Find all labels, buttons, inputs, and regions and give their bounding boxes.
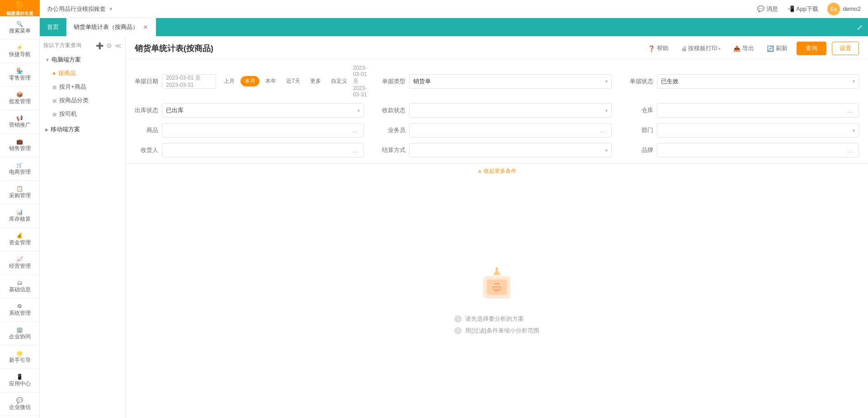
svg-point-2 bbox=[492, 283, 501, 292]
sidebar-item-wechat[interactable]: 💬 企业微信 bbox=[0, 393, 39, 416]
tab-active[interactable]: 销货单统计表（按商品） ✕ bbox=[66, 18, 156, 36]
user-menu[interactable]: Ea demo2 bbox=[827, 3, 861, 15]
content-area: 按以下方案查询 ➕ ⚙ ≪ ▼ 电脑端方案 ● 按商品 ▦ bbox=[40, 36, 868, 418]
warehouse-dots-btn[interactable]: … bbox=[845, 107, 855, 114]
order-type-select[interactable]: 销货单 ▾ bbox=[409, 74, 611, 89]
goods-input[interactable]: … bbox=[162, 123, 364, 138]
order-status-label: 单据状态 bbox=[630, 77, 657, 86]
tab-close-btn[interactable]: ✕ bbox=[143, 24, 148, 31]
staff-input[interactable]: … bbox=[409, 123, 611, 138]
brand-input[interactable]: … bbox=[657, 143, 859, 157]
tree-item-by-driver[interactable]: ▦ 按司机 bbox=[40, 107, 125, 121]
sidebar-item-finance[interactable]: 💰 资金管理 bbox=[0, 228, 39, 252]
sidebar-item-purchase[interactable]: 📋 采购管理 bbox=[0, 181, 39, 204]
setting-btn[interactable]: 设置 bbox=[832, 42, 859, 55]
filter-out-status: 出库状态 已出库 ▾ bbox=[135, 103, 364, 118]
sidebar-item-member[interactable]: 👑 畅会员 bbox=[0, 416, 39, 418]
dept-label: 部门 bbox=[630, 126, 657, 134]
out-status-label: 出库状态 bbox=[135, 106, 162, 114]
warehouse-label: 仓库 bbox=[630, 106, 657, 114]
order-type-dropdown-icon: ▾ bbox=[605, 79, 608, 84]
filter-receiver: 收货人 … bbox=[135, 143, 364, 157]
tab-bar: 首页 销货单统计表（按商品） ✕ ⤢ bbox=[40, 18, 868, 36]
out-status-select[interactable]: 已出库 ▾ bbox=[162, 103, 364, 118]
empty-illustration bbox=[474, 262, 519, 308]
tab-home[interactable]: 首页 bbox=[40, 18, 66, 36]
sidebar-item-inventory[interactable]: 📊 库存核算 bbox=[0, 204, 39, 228]
dept-select[interactable]: ▾ bbox=[657, 123, 859, 138]
sidebar-item-sales[interactable]: 💼 销售管理 bbox=[0, 134, 39, 157]
receiver-input[interactable]: … bbox=[162, 143, 364, 157]
date-input[interactable]: 2023-03-01 至 2023-03-31 bbox=[162, 74, 216, 89]
tip-num-2: 2 bbox=[454, 327, 462, 334]
help-btn[interactable]: ❓ 帮助 bbox=[644, 43, 672, 54]
filter-brand: 品牌 … bbox=[630, 143, 859, 157]
receiver-dots-btn[interactable]: … bbox=[350, 147, 360, 154]
export-btn[interactable]: 📤 导出 bbox=[730, 43, 758, 54]
sidebar-search[interactable]: 🔍 搜索菜单 bbox=[0, 16, 39, 40]
sidebar-item-basicinfo[interactable]: 🗂 基础信息 bbox=[0, 275, 39, 299]
sidebar-item-ecommerce[interactable]: 🛒 电商管理 bbox=[0, 157, 39, 181]
workspace-dropdown-icon[interactable]: ▾ bbox=[109, 5, 113, 12]
filter-goods: 商品 … bbox=[135, 123, 364, 138]
workspace-info: 办公用品行业模拟账套 ▾ bbox=[47, 5, 113, 13]
sidebar-item-marketing[interactable]: 📢 营销推广 bbox=[0, 110, 39, 134]
help-icon: ❓ bbox=[648, 45, 655, 52]
brand-dots-btn[interactable]: … bbox=[845, 147, 855, 154]
edit-scheme-btn[interactable]: ⚙ bbox=[106, 42, 112, 49]
scheme-icon-2: ▦ bbox=[52, 98, 57, 103]
filter-order-status: 单据状态 已生效 ▾ bbox=[630, 74, 859, 89]
collapse-panel-btn[interactable]: ≪ bbox=[115, 42, 122, 49]
sidebar-item-enterprise[interactable]: 🏢 企业协同 bbox=[0, 322, 39, 346]
goods-dots-btn[interactable]: … bbox=[350, 127, 360, 134]
template-print-btn[interactable]: 🖨 按模板打印 ▾ bbox=[678, 43, 724, 54]
tree-group-desktop-header[interactable]: ▼ 电脑端方案 bbox=[40, 53, 125, 66]
dept-dropdown-icon: ▾ bbox=[853, 128, 855, 133]
tree-group-mobile-header[interactable]: ▶ 移动端方案 bbox=[40, 123, 125, 136]
message-btn[interactable]: 💬 消息 bbox=[757, 5, 778, 13]
add-scheme-btn[interactable]: ➕ bbox=[96, 42, 104, 49]
staff-dots-btn[interactable]: … bbox=[598, 127, 608, 134]
collapse-more-btn[interactable]: ∧ 收起更多条件 bbox=[126, 163, 868, 179]
date-btn-last-month[interactable]: 上月 bbox=[220, 76, 239, 86]
pay-status-select[interactable]: ▾ bbox=[409, 103, 611, 118]
sidebar-quick-nav[interactable]: ⚡ 快捷导航 bbox=[0, 40, 39, 63]
pay-status-label: 收款状态 bbox=[382, 106, 409, 114]
sidebar-item-system[interactable]: ⚙ 系统管理 bbox=[0, 299, 39, 322]
tab-maximize-btn[interactable]: ⤢ bbox=[851, 23, 868, 32]
sidebar-item-newuser[interactable]: 🌟 新手引导 bbox=[0, 346, 39, 369]
scheme-icon-3: ▦ bbox=[52, 112, 57, 117]
pay-method-select[interactable]: ▾ bbox=[409, 143, 611, 157]
collapse-up-icon: ∧ bbox=[478, 168, 482, 175]
date-btn-custom[interactable]: 自定义 bbox=[327, 76, 351, 86]
date-btn-more[interactable]: 更多 bbox=[306, 76, 325, 86]
filter-date: 单据日期 2023-03-01 至 2023-03-31 上月 本月 本年 近7… bbox=[135, 65, 364, 98]
warehouse-input[interactable]: … bbox=[657, 103, 859, 118]
refresh-btn[interactable]: 🔄 刷新 bbox=[763, 43, 791, 54]
tree-item-by-goods[interactable]: ● 按商品 bbox=[40, 66, 125, 80]
date-btn-this-year[interactable]: 本年 bbox=[261, 76, 280, 86]
filter-row-4: 收货人 … 结算方式 ▾ 品牌 bbox=[135, 143, 859, 157]
tree-group-desktop: ▼ 电脑端方案 ● 按商品 ▦ 按月+商品 ▦ 按商品分类 ▦ 按司机 bbox=[40, 53, 125, 121]
out-status-dropdown-icon: ▾ bbox=[358, 108, 360, 113]
sidebar-item-operation[interactable]: 📈 经营管理 bbox=[0, 252, 39, 275]
tree-item-goods-category[interactable]: ▦ 按商品分类 bbox=[40, 94, 125, 107]
message-icon: 💬 bbox=[757, 5, 764, 12]
date-btn-7days[interactable]: 近7天 bbox=[282, 76, 304, 86]
filter-row-3: 商品 … 业务员 … 部门 bbox=[135, 123, 859, 138]
order-status-select[interactable]: 已生效 ▾ bbox=[657, 74, 859, 89]
receiver-label: 收货人 bbox=[135, 146, 162, 154]
app-download-btn[interactable]: 📲 App下载 bbox=[787, 5, 818, 13]
tree-item-month-goods[interactable]: ▦ 按月+商品 bbox=[40, 80, 125, 94]
date-btn-this-month[interactable]: 本月 bbox=[241, 76, 259, 86]
left-panel-icons: ➕ ⚙ ≪ bbox=[96, 42, 122, 49]
app-logo[interactable]: 🟠 畅捷通好生意 bbox=[0, 0, 40, 16]
date-label: 单据日期 bbox=[135, 77, 162, 86]
page-actions: ❓ 帮助 🖨 按模板打印 ▾ 📤 导出 🔄 刷新 bbox=[644, 42, 859, 55]
sidebar-item-retail[interactable]: 🏪 零售管理 bbox=[0, 63, 39, 87]
query-btn[interactable]: 查询 bbox=[797, 42, 826, 55]
sidebar-item-appcenter[interactable]: 📱 应用中心 bbox=[0, 369, 39, 393]
refresh-icon: 🔄 bbox=[767, 45, 774, 52]
sidebar-item-wholesale[interactable]: 📦 批发管理 bbox=[0, 87, 39, 110]
filter-pay-status: 收款状态 ▾ bbox=[382, 103, 611, 118]
